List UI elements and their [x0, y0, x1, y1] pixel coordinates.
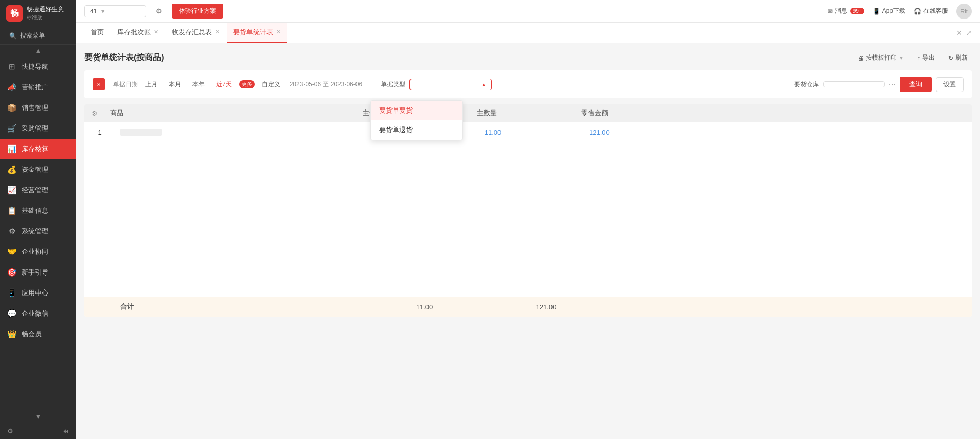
sidebar-item-icon: 📱 — [7, 288, 16, 298]
tab-home-label: 首页 — [91, 28, 104, 37]
footer-label: 合计 — [115, 302, 242, 312]
tabs-bar: 首页 库存批次账 ✕ 收发存汇总表 ✕ 要货单统计表 ✕ ✕ ⤢ — [76, 23, 980, 43]
date-this-month[interactable]: 本月 — [165, 79, 185, 90]
sidebar-item-inventory[interactable]: 📊库存核算 — [0, 139, 76, 159]
sidebar-item-enterprise[interactable]: 🤝企业协同 — [0, 242, 76, 262]
sidebar-item-label: 系统管理 — [22, 227, 48, 236]
row-qty-link[interactable]: 11.00 — [485, 129, 502, 136]
online-service-button[interactable]: 🎧 在线客服 — [914, 7, 948, 15]
sidebar-scroll-down[interactable]: ▼ — [0, 411, 76, 423]
dropdown-option-1[interactable]: 要货单要货 — [371, 101, 462, 120]
sidebar-scroll-up[interactable]: ▲ — [0, 45, 76, 57]
messages-label: 消息 — [835, 7, 847, 15]
chevron-down-icon: ▼ — [100, 8, 106, 15]
sidebar-item-basic[interactable]: 📋基础信息 — [0, 200, 76, 221]
print-button[interactable]: 🖨 按模板打印 ▼ — [853, 51, 908, 64]
query-button[interactable]: 查询 — [900, 77, 932, 92]
tab-order-summary[interactable]: 要货单统计表 ✕ — [227, 23, 287, 43]
sidebar-item-label: 快捷导航 — [22, 62, 48, 71]
type-select[interactable]: ▲ — [409, 79, 492, 90]
table-empty-space — [84, 142, 972, 297]
sidebar-item-app-center[interactable]: 📱应用中心 — [0, 283, 76, 303]
row-amount: 121.00 — [546, 129, 653, 136]
sidebar-item-newbie[interactable]: 🎯新手引导 — [0, 262, 76, 283]
date-filter-label: 单据日期 — [113, 80, 138, 89]
sidebar-item-icon: 💰 — [7, 165, 16, 174]
trial-button[interactable]: 体验行业方案 — [172, 4, 223, 19]
online-service-label: 在线客服 — [923, 7, 948, 15]
sidebar-item-icon: 📦 — [7, 103, 16, 113]
sidebar-item-icon: ⚙ — [7, 227, 16, 236]
user-avatar[interactable]: Rit — [956, 4, 972, 19]
tab-close-all-icon[interactable]: ✕ — [956, 29, 963, 37]
sidebar-item-system[interactable]: ⚙系统管理 — [0, 221, 76, 242]
product-placeholder — [120, 129, 162, 136]
store-selector[interactable]: 41 ▼ — [84, 5, 146, 17]
main-area: 41 ▼ ⚙ 体验行业方案 ✉ 消息 99+ 📱 App下载 🎧 在线客服 Ri… — [76, 0, 980, 439]
search-icon: 🔍 — [9, 32, 17, 40]
tab-inventory-batch[interactable]: 库存批次账 ✕ — [111, 23, 165, 43]
sidebar-item-sales[interactable]: 📦销售管理 — [0, 98, 76, 118]
sidebar-item-marketing[interactable]: 📣营销推广 — [0, 77, 76, 98]
messages-badge: 99+ — [850, 8, 864, 14]
tab-order-summary-label: 要货单统计表 — [233, 28, 273, 37]
sidebar-item-member[interactable]: 👑畅会员 — [0, 324, 76, 344]
tab-home[interactable]: 首页 — [84, 23, 110, 43]
filter-more-button[interactable]: ··· — [889, 80, 896, 89]
col-product-header: 商品 — [105, 108, 326, 118]
sidebar-item-label: 销售管理 — [22, 103, 48, 113]
dropdown-option-2[interactable]: 要货单退货 — [371, 120, 462, 140]
type-dropdown: 要货单要货 要货单退货 — [370, 100, 463, 140]
settings-col-icon[interactable]: ⚙ — [92, 109, 98, 117]
topbar: 41 ▼ ⚙ 体验行业方案 ✉ 消息 99+ 📱 App下载 🎧 在线客服 Ri… — [76, 0, 980, 23]
tab-inventory-batch-close[interactable]: ✕ — [154, 29, 158, 35]
messages-button[interactable]: ✉ 消息 99+ — [828, 7, 864, 15]
sidebar-item-icon: 📋 — [7, 206, 16, 215]
sidebar-item-icon: 📣 — [7, 83, 16, 92]
sidebar-item-label: 企业协同 — [22, 247, 48, 257]
print-icon: 🖨 — [858, 54, 864, 62]
tab-receive-summary-close[interactable]: ✕ — [215, 29, 220, 35]
sidebar-item-quick-nav[interactable]: ⊞快捷导航 — [0, 57, 76, 77]
sidebar-item-label: 基础信息 — [22, 206, 48, 215]
refresh-button[interactable]: ↻ 刷新 — [944, 51, 972, 64]
col-settings-header: ⚙ — [84, 109, 105, 117]
sidebar: 畅 畅捷通好生意 标准版 🔍 搜索菜单 ▲ ⊞快捷导航📣营销推广📦销售管理🛒采购… — [0, 0, 76, 439]
filter-expand-button[interactable]: » — [93, 78, 105, 90]
store-name: 41 — [90, 8, 97, 15]
export-icon: ↑ — [917, 54, 920, 62]
sidebar-item-operation[interactable]: 📈经营管理 — [0, 180, 76, 200]
sidebar-item-label: 企业微信 — [22, 309, 48, 318]
settings-icon[interactable]: ⚙ — [7, 427, 13, 435]
setting-button[interactable]: 设置 — [936, 77, 964, 92]
print-dropdown-icon: ▼ — [899, 55, 904, 61]
date-custom[interactable]: 自定义 — [258, 79, 284, 90]
sidebar-item-wechat[interactable]: 💬企业微信 — [0, 303, 76, 324]
warehouse-input[interactable] — [823, 81, 885, 87]
app-icon: 📱 — [872, 8, 880, 15]
tab-expand-icon[interactable]: ⤢ — [966, 29, 972, 37]
sidebar-item-finance[interactable]: 💰资金管理 — [0, 159, 76, 180]
logo-title: 畅捷通好生意 — [27, 6, 64, 14]
logo-icon: 畅 — [6, 5, 23, 22]
date-this-year[interactable]: 本年 — [188, 79, 209, 90]
sidebar-item-purchase[interactable]: 🛒采购管理 — [0, 118, 76, 139]
date-range-text: 2023-05-06 至 2023-06-06 — [290, 80, 362, 89]
sidebar-item-label: 资金管理 — [22, 165, 48, 174]
topbar-gear-button[interactable]: ⚙ — [151, 4, 167, 19]
sidebar-nav: ⊞快捷导航📣营销推广📦销售管理🛒采购管理📊库存核算💰资金管理📈经营管理📋基础信息… — [0, 57, 76, 411]
export-button[interactable]: ↑ 导出 — [913, 51, 939, 64]
search-label: 搜索菜单 — [20, 31, 45, 40]
warehouse-filter-group: 要货仓库 ··· 查询 设置 — [794, 77, 964, 92]
sidebar-search[interactable]: 🔍 搜索菜单 — [0, 27, 76, 45]
sidebar-collapse-btn[interactable]: ⏮ — [62, 427, 69, 435]
refresh-label: 刷新 — [955, 53, 968, 62]
date-last-month[interactable]: 上月 — [141, 79, 162, 90]
date-last-7days[interactable]: 近7天 — [212, 79, 236, 90]
topbar-left: 41 ▼ ⚙ 体验行业方案 — [84, 4, 223, 19]
app-download-button[interactable]: 📱 App下载 — [872, 7, 905, 15]
tab-order-summary-close[interactable]: ✕ — [276, 29, 281, 35]
row-amount-link[interactable]: 121.00 — [589, 129, 610, 136]
tab-receive-summary[interactable]: 收发存汇总表 ✕ — [166, 23, 226, 43]
date-more-badge: 更多 — [239, 80, 255, 88]
